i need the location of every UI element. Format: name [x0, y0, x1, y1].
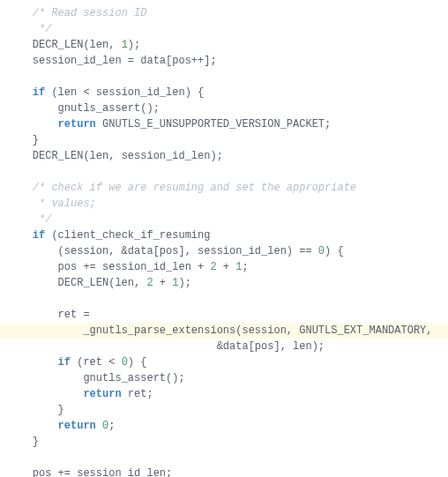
code-token: gnutls_assert();: [58, 102, 160, 115]
code-token: _gnutls_parse_extensions(session, GNUTLS…: [83, 324, 432, 337]
code-token: DECR_LEN(len,: [33, 39, 122, 51]
code-line: return ret;: [0, 386, 448, 402]
code-token: if: [58, 356, 71, 369]
code-token: [96, 420, 102, 432]
code-token: * values;: [33, 198, 102, 210]
code-token: return: [58, 420, 96, 432]
code-token: DECR_LEN(len, session_id_len);: [33, 150, 223, 162]
code-token: &data[pos], len);: [210, 340, 325, 353]
code-line: (session, &data[pos], session_id_len) ==…: [0, 243, 448, 259]
code-token: return: [83, 388, 121, 400]
code-line: return GNUTLS_E_UNSUPPORTED_VERSION_PACK…: [0, 116, 448, 132]
code-line: session_id_len = data[pos++];: [0, 53, 448, 69]
code-line: DECR_LEN(len, session_id_len);: [0, 148, 448, 164]
code-line: [0, 69, 448, 85]
code-line: [0, 450, 448, 466]
code-line: if (client_check_if_resuming: [0, 227, 448, 243]
code-block: /* Read session ID */ DECR_LEN(len, 1); …: [0, 0, 448, 477]
code-token: );: [128, 39, 140, 51]
code-line: pos += session_id_len;: [0, 466, 448, 477]
code-token: pos += session_id_len;: [33, 467, 172, 477]
code-line: [0, 291, 448, 307]
code-token: 2: [146, 277, 153, 289]
code-line: /* Read session ID: [0, 5, 448, 21]
code-token: */: [33, 23, 52, 35]
code-token: (session, &data[pos], session_id_len) ==: [58, 245, 318, 257]
code-token: }: [33, 134, 39, 146]
code-token: if: [33, 86, 45, 99]
code-token: +: [217, 261, 236, 273]
code-token: +: [153, 277, 173, 289]
code-token: ;: [242, 261, 248, 273]
code-token: */: [33, 213, 52, 226]
code-line: if (ret < 0) {: [0, 354, 448, 370]
code-token: /* check if we are resuming and set the …: [33, 182, 356, 194]
code-token: GNUTLS_E_UNSUPPORTED_VERSION_PACKET;: [96, 118, 331, 130]
code-token: ret =: [58, 309, 90, 321]
code-token: if: [33, 229, 45, 242]
code-token: }: [58, 404, 64, 416]
code-token: 0: [122, 356, 128, 369]
code-line: DECR_LEN(len, 2 + 1);: [0, 275, 448, 291]
code-line: */: [0, 212, 448, 227]
code-line: }: [0, 132, 448, 148]
code-token: ) {: [128, 356, 147, 369]
code-token: pos += session_id_len +: [58, 261, 211, 273]
code-line: pos += session_id_len + 2 + 1;: [0, 259, 448, 275]
code-token: ) {: [325, 245, 344, 257]
code-line: DECR_LEN(len, 1);: [0, 37, 448, 53]
code-line: /* check if we are resuming and set the …: [0, 180, 448, 196]
code-line: return 0;: [0, 418, 448, 434]
code-line: ret =: [0, 307, 448, 323]
code-line: gnutls_assert();: [0, 101, 448, 116]
code-line: }: [0, 434, 448, 450]
code-token: (ret <: [71, 356, 122, 369]
code-token: session_id_len = data[pos++];: [33, 55, 217, 67]
code-token: (client_check_if_resuming: [45, 229, 210, 242]
code-line: * values;: [0, 196, 448, 212]
code-line: _gnutls_parse_extensions(session, GNUTLS…: [0, 323, 448, 339]
code-token: (len < session_id_len) {: [45, 86, 204, 99]
code-line: gnutls_assert();: [0, 370, 448, 386]
code-token: 0: [318, 245, 325, 257]
code-token: ret;: [122, 388, 153, 400]
code-line: if (len < session_id_len) {: [0, 85, 448, 101]
code-token: 2: [210, 261, 216, 273]
code-token: }: [33, 436, 39, 448]
code-token: gnutls_assert();: [83, 372, 184, 384]
code-line: }: [0, 402, 448, 418]
code-token: return: [58, 118, 96, 130]
code-token: /* Read session ID: [33, 7, 147, 19]
code-token: DECR_LEN(len,: [58, 277, 147, 289]
code-line: */: [0, 21, 448, 37]
code-line: [0, 164, 448, 180]
code-line: &data[pos], len);: [0, 339, 448, 354]
code-token: 1: [122, 39, 128, 51]
code-token: ;: [108, 420, 115, 432]
code-token: );: [178, 277, 190, 289]
